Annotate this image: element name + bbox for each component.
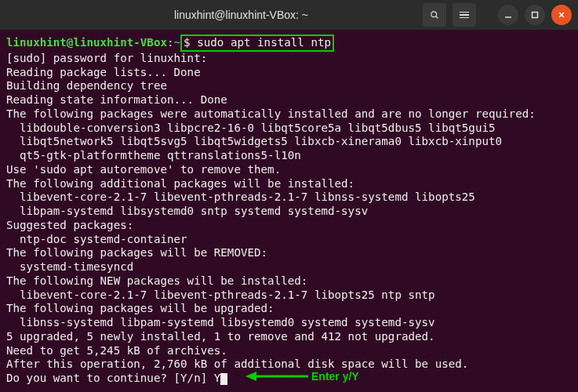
command-highlight-box: $ sudo apt install ntp [180, 34, 334, 52]
maximize-button[interactable] [525, 5, 545, 25]
output-line: 5 upgraded, 5 newly installed, 1 to remo… [6, 330, 435, 343]
output-line: The following packages will be REMOVED: [6, 246, 267, 259]
menu-button[interactable] [453, 3, 476, 27]
output-line: libevent-core-2.1-7 libevent-pthreads-2.… [6, 289, 435, 301]
prompt-path: ~ [174, 36, 181, 49]
close-button[interactable] [551, 5, 572, 25]
svg-rect-3 [533, 13, 538, 18]
user-input: Y [214, 372, 221, 384]
output-line: libqt5network5 libqt5svg5 libqt5widgets5… [6, 135, 502, 147]
window-titlebar: linuxhint@linuxhint-VBox: ~ [0, 0, 578, 30]
command-text: sudo apt install ntp [197, 36, 331, 49]
output-line: Reading package lists... Done [6, 66, 201, 78]
output-line: ntp-doc systemd-container [6, 233, 187, 245]
output-line: Suggested packages: [6, 219, 133, 231]
search-button[interactable] [423, 3, 446, 27]
output-line: systemd-timesyncd [6, 260, 133, 273]
output-line: Need to get 5,245 kB of archives. [6, 344, 227, 357]
output-line: The following packages will be upgraded: [6, 302, 274, 314]
output-line: The following NEW packages will be insta… [6, 274, 307, 287]
terminal-output[interactable]: linuxhint@linuxhint-VBox:~$ sudo apt ins… [0, 30, 578, 390]
output-line: After this operation, 2,760 kB of additi… [6, 358, 468, 370]
output-line: The following packages were automaticall… [6, 107, 536, 120]
svg-point-0 [431, 12, 437, 17]
prompt-dollar: $ [184, 36, 191, 49]
output-line: The following additional packages will b… [6, 177, 354, 190]
output-line: libevent-core-2.1-7 libevent-pthreads-2.… [6, 191, 475, 203]
output-line: Use 'sudo apt autoremove' to remove them… [6, 163, 281, 176]
svg-line-1 [436, 16, 438, 19]
output-line: qt5-gtk-platformtheme qttranslations5-l1… [6, 149, 301, 162]
prompt-user-host: linuxhint@linuxhint-VBox [6, 36, 167, 49]
output-line: Building dependency tree [6, 79, 167, 92]
prompt-colon: : [167, 36, 174, 49]
output-line: libpam-systemd libsystemd0 sntp systemd … [6, 205, 368, 217]
output-line: Reading state information... Done [6, 93, 227, 106]
cursor-icon [220, 373, 227, 385]
annotation-arrow-icon [245, 370, 308, 383]
minimize-button[interactable] [498, 5, 518, 25]
output-line: [sudo] password for linuxhint: [6, 52, 207, 64]
output-line: libnss-systemd libpam-systemd libsystemd… [6, 316, 435, 328]
annotation-label: Enter y/Y [311, 370, 359, 383]
output-line: libdouble-conversion3 libpcre2-16-0 libq… [6, 122, 496, 134]
window-title: linuxhint@linuxhint-VBox: ~ [66, 9, 416, 21]
output-line-prompt: Do you want to continue? [Y/n] [6, 372, 214, 384]
svg-marker-7 [245, 372, 256, 381]
